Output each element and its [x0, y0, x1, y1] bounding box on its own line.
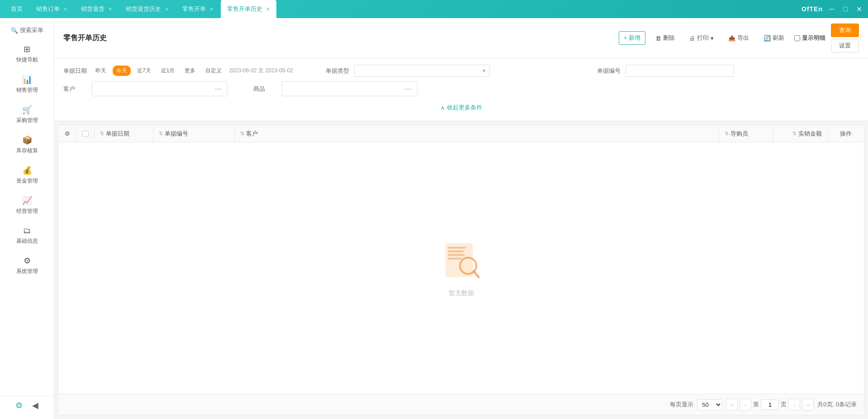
sidebar-item-finance[interactable]: 💰资金管理	[0, 161, 54, 189]
type-select[interactable]: ▾	[354, 65, 490, 77]
th-amount-label: 实销金额	[798, 130, 822, 138]
sidebar-collapse-icon[interactable]: ◀	[31, 401, 40, 410]
date-btn-custom[interactable]: 自定义	[202, 66, 225, 76]
header-checkbox[interactable]	[82, 131, 89, 137]
filter-row-2: 客户 ··· 商品 ···	[63, 81, 859, 96]
export-button[interactable]: 📤 导出	[724, 32, 754, 44]
print-button[interactable]: 🖨 打印 ▾	[685, 32, 718, 44]
sidebar-item-basic-info[interactable]: 🗂基础信息	[0, 221, 54, 250]
page-header: 零售开单历史 + 新增 🗑 删除 🖨 打印 ▾ 📤 导出 🔄	[54, 18, 868, 58]
display-detail-checkbox[interactable]	[794, 35, 800, 41]
minimize-button[interactable]: ─	[827, 5, 836, 14]
system-icon: ⚙	[24, 256, 31, 266]
th-amount[interactable]: ⇅ 实销金额	[773, 126, 828, 141]
sidebar-item-purchase[interactable]: 🛒采购管理	[0, 100, 54, 129]
query-button[interactable]: 查询	[831, 24, 859, 37]
first-page-btn[interactable]: «	[726, 399, 738, 410]
date-btn-7days[interactable]: 近7天	[133, 66, 155, 76]
close-button[interactable]: ✕	[854, 5, 863, 14]
date-btn-1month[interactable]: 近1月	[157, 66, 179, 76]
th-guide[interactable]: ⇅ 导购员	[719, 126, 773, 141]
product-dots: ···	[403, 84, 413, 94]
tab-sales-return[interactable]: 销货退货✕	[75, 0, 119, 18]
customer-select[interactable]: ···	[92, 81, 228, 96]
page-size-select[interactable]: 50 10 20 100	[697, 399, 722, 410]
filter-row-1: 单据日期 昨天 今天 近7天 近1月 更多 自定义 2023-06-02 至 2…	[63, 65, 859, 77]
product-label: 商品	[253, 85, 278, 93]
table-section: ⚙ ⇅ 单据日期 ⇅ 单据编号 ⇅ 客户 ⇅ 导购员	[58, 125, 864, 415]
page-nav: « ‹ 第 页 › »	[726, 399, 814, 410]
setting-button[interactable]: 设置	[831, 39, 859, 52]
sidebar-item-quick-nav[interactable]: ⊞快捷导航	[0, 40, 54, 68]
last-page-btn[interactable]: »	[802, 399, 814, 410]
tab-sales-return-history[interactable]: 销货退货历史✕	[119, 0, 175, 18]
sidebar-item-system[interactable]: ⚙系统管理	[0, 251, 54, 280]
top-bar: 首页销售订单✕销货退货✕销货退货历史✕零售开单✕零售开单历史✕ OfTEn ─ …	[0, 0, 868, 18]
product-select[interactable]: ···	[282, 81, 417, 96]
th-action: 操作	[828, 126, 864, 141]
type-filter-label: 单据类型	[326, 67, 351, 75]
th-order-no-label: 单据编号	[165, 130, 188, 138]
th-date-label: 单据日期	[106, 130, 129, 138]
collapse-label: 收起更多条件	[447, 104, 482, 112]
date-filter-label: 单据日期	[63, 67, 88, 75]
quick-nav-icon: ⊞	[24, 44, 30, 54]
svg-rect-3	[448, 254, 465, 256]
maximize-button[interactable]: □	[841, 5, 850, 14]
svg-point-7	[463, 261, 473, 271]
tab-retail-open[interactable]: 零售开单✕	[176, 0, 220, 18]
sidebar-settings-icon[interactable]: ⚙	[14, 401, 24, 410]
prev-page-btn[interactable]: ‹	[740, 399, 751, 410]
add-button[interactable]: + 新增	[619, 31, 645, 45]
purchase-icon: 🛒	[22, 105, 32, 115]
sidebar-label-inventory: 库存核算	[16, 147, 38, 155]
print-arrow-icon: ▾	[711, 35, 714, 42]
next-page-btn[interactable]: ›	[788, 399, 800, 410]
th-order-no[interactable]: ⇅ 单据编号	[153, 126, 235, 141]
date-btn-yesterday[interactable]: 昨天	[92, 66, 110, 76]
date-btn-today[interactable]: 今天	[113, 66, 131, 76]
th-order-no-sort-icon: ⇅	[159, 131, 163, 137]
sidebar-label-finance: 资金管理	[16, 177, 38, 185]
empty-illustration	[434, 239, 489, 284]
tab-home[interactable]: 首页	[5, 0, 29, 18]
sidebar: 🔍 搜索采单 ⊞快捷导航📊销售管理🛒采购管理📦库存核算💰资金管理📈经营管理🗂基础…	[0, 18, 54, 419]
main-layout: 🔍 搜索采单 ⊞快捷导航📊销售管理🛒采购管理📦库存核算💰资金管理📈经营管理🗂基础…	[0, 18, 868, 419]
sidebar-search[interactable]: 🔍 搜索采单	[7, 23, 47, 38]
date-btn-more[interactable]: 更多	[181, 66, 199, 76]
customer-label: 客户	[63, 85, 88, 93]
sidebar-item-sales[interactable]: 📊销售管理	[0, 70, 54, 99]
th-settings[interactable]: ⚙	[58, 127, 76, 141]
table-body: 暂无数据	[58, 142, 864, 394]
order-no-label: 单据编号	[597, 67, 622, 75]
content-area: 零售开单历史 + 新增 🗑 删除 🖨 打印 ▾ 📤 导出 🔄	[54, 18, 868, 419]
tab-close-sales-return-history[interactable]: ✕	[165, 6, 169, 12]
order-no-input[interactable]	[626, 65, 734, 77]
sidebar-item-inventory[interactable]: 📦库存核算	[0, 131, 54, 159]
tab-sales-order[interactable]: 销售订单✕	[30, 0, 74, 18]
search-icon: 🔍	[11, 27, 18, 34]
page-size-label: 每页显示	[670, 400, 693, 409]
display-detail-toggle[interactable]: 显示明细	[794, 34, 825, 42]
tab-close-sales-return[interactable]: ✕	[108, 6, 112, 12]
delete-button[interactable]: 🗑 删除	[651, 32, 679, 44]
sidebar-item-operation[interactable]: 📈经营管理	[0, 191, 54, 220]
sidebar-label-purchase: 采购管理	[16, 117, 38, 124]
brand-label: OfTEn	[802, 5, 823, 13]
tab-close-retail-open[interactable]: ✕	[209, 6, 213, 12]
empty-state: 暂无数据	[434, 239, 489, 297]
page-number-input[interactable]	[761, 400, 779, 410]
th-customer[interactable]: ⇅ 客户	[235, 126, 719, 141]
sidebar-label-system: 系统管理	[16, 268, 38, 275]
collapse-filter-btn[interactable]: ∧ 收起更多条件	[63, 101, 859, 114]
order-no-item: 单据编号	[597, 65, 859, 77]
page-suffix: 页	[781, 400, 787, 409]
tab-close-sales-order[interactable]: ✕	[63, 6, 67, 12]
sales-icon: 📊	[22, 75, 32, 85]
page-title: 零售开单历史	[63, 33, 107, 43]
th-checkbox[interactable]	[76, 127, 95, 141]
tab-retail-history[interactable]: 零售开单历史✕	[221, 0, 276, 18]
refresh-button[interactable]: 🔄 刷新	[759, 32, 789, 44]
tab-close-retail-history[interactable]: ✕	[266, 6, 270, 12]
th-date[interactable]: ⇅ 单据日期	[95, 126, 153, 141]
